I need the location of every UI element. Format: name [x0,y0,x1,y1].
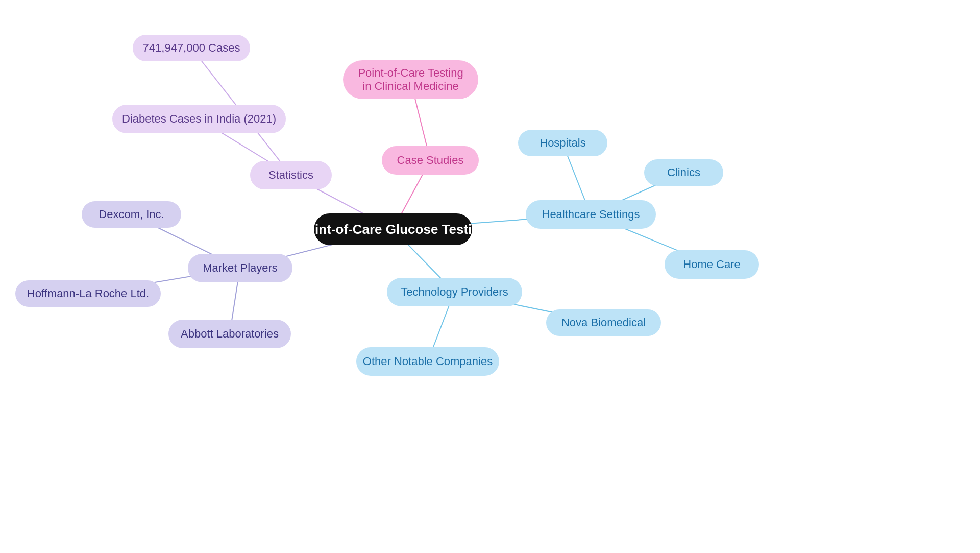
hospitals-node: Hospitals [518,130,607,156]
case-studies-node: Case Studies [382,146,479,175]
diabetes-cases-node: Diabetes Cases in India (2021) [112,105,286,133]
cases741-node: 741,947,000 Cases [133,35,250,61]
healthcare-settings-node: Healthcare Settings [526,200,656,229]
poct-node: Point-of-Care Testing in Clinical Medici… [343,60,478,99]
other-notable-node: Other Notable Companies [356,347,499,376]
statistics-node: Statistics [250,161,332,189]
home-care-node: Home Care [665,250,759,279]
nova-biomedical-node: Nova Biomedical [546,309,661,336]
hoffmann-node: Hoffmann-La Roche Ltd. [15,280,161,307]
clinics-node: Clinics [644,159,723,186]
abbott-node: Abbott Laboratories [168,320,291,348]
center-node: Point-of-Care Glucose Testing [314,213,472,245]
market-players-node: Market Players [188,254,292,282]
dexcom-node: Dexcom, Inc. [82,201,181,228]
tech-providers-node: Technology Providers [387,278,522,306]
